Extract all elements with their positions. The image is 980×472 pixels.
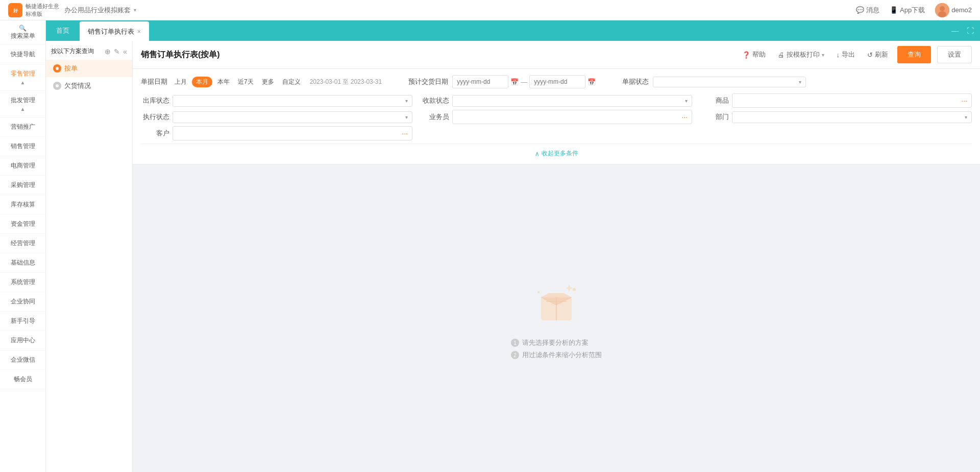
template-print-button[interactable]: 🖨 按模板打印 ▾: [775, 48, 827, 61]
tip-num-1: 1: [511, 339, 519, 347]
breadcrumb-arrow-icon[interactable]: ▾: [134, 7, 136, 13]
app-download-action[interactable]: 📱 App下载: [890, 6, 925, 15]
sidebar-item-member[interactable]: 畅会员: [0, 370, 45, 389]
settings-button[interactable]: 设置: [937, 46, 972, 63]
logo-area: 好 畅捷通好生意 标准版: [8, 3, 59, 17]
add-scheme-icon[interactable]: ⊕: [105, 48, 111, 56]
sidebar-item-quicknav[interactable]: 快捷导航: [0, 45, 45, 64]
tab-home[interactable]: 首页: [46, 20, 80, 41]
empty-state: 1 请先选择要分析的方案 2 用过滤条件来缩小分析范围: [133, 164, 980, 472]
exec-status-select[interactable]: ▾: [173, 111, 412, 123]
sub-sidebar-title: 按以下方案查询: [51, 47, 94, 56]
sidebar-item-system[interactable]: 系统管理: [0, 273, 45, 292]
sidebar-item-inventory[interactable]: 库存核算: [0, 195, 45, 215]
date-more[interactable]: 更多: [259, 77, 277, 87]
query-button[interactable]: 查询: [897, 46, 931, 63]
sidebar-item-wechat[interactable]: 企业微信: [0, 350, 45, 370]
sidebar-item-purchase[interactable]: 采购管理: [0, 176, 45, 195]
main-layout: 🔍 搜索菜单 快捷导航 零售管理 ▲ 批发管理 ▲ 营销推广 销售管理 电商管理…: [0, 20, 980, 472]
date-current-year[interactable]: 本年: [214, 77, 233, 87]
department-cell: 部门 ▾: [700, 110, 972, 124]
department-select[interactable]: ▾: [732, 111, 972, 123]
marketing-label: 营销推广: [11, 123, 35, 131]
product-ellipsis-icon[interactable]: ···: [961, 97, 967, 105]
sidebar-item-sales[interactable]: 销售管理: [0, 137, 45, 156]
customer-ellipsis-icon[interactable]: ···: [402, 129, 408, 137]
sidebar-item-newbie[interactable]: 新手引导: [0, 312, 45, 331]
sub-sidebar-header: 按以下方案查询 ⊕ ✎ «: [46, 45, 132, 60]
expected-end-date[interactable]: [529, 75, 585, 88]
sub-menu-follow[interactable]: 按单: [46, 60, 132, 77]
collapse-filter-button[interactable]: ∧ 收起更多条件: [141, 147, 972, 160]
sidebar-item-retail[interactable]: 零售管理 ▲: [0, 64, 45, 91]
date-custom[interactable]: 自定义: [279, 77, 304, 87]
retail-label: 零售管理: [11, 69, 35, 78]
filter-area: 单据日期 上月 本月 本年 近7天 更多 自定义 2023-03-01 至 20…: [133, 69, 980, 164]
user-profile[interactable]: demo2: [935, 3, 972, 17]
purchase-label: 采购管理: [11, 181, 35, 190]
member-label: 畅会员: [14, 375, 32, 384]
edit-scheme-icon[interactable]: ✎: [114, 48, 120, 56]
breadcrumb-text: 办公用品行业模拟账套: [64, 6, 131, 15]
salesperson-ellipsis-icon[interactable]: ···: [681, 113, 688, 121]
sidebar-item-appcenter[interactable]: 应用中心: [0, 331, 45, 350]
search-icon: 🔍: [19, 25, 27, 32]
product-cell: 商品 ···: [700, 93, 972, 108]
sidebar-item-operations[interactable]: 经营管理: [0, 234, 45, 253]
finance-label: 资金管理: [11, 220, 35, 228]
sidebar-item-enterprise[interactable]: 企业协同: [0, 292, 45, 312]
tab-close-icon[interactable]: ×: [137, 28, 141, 35]
content-area: 首页 销售订单执行表 × — ⛶ 按以下方案查询 ⊕ ✎ «: [46, 20, 980, 472]
export-button[interactable]: ↓ 导出: [834, 48, 859, 61]
sidebar-item-ecommerce[interactable]: 电商管理: [0, 156, 45, 176]
status-label: 单据状态: [622, 77, 649, 86]
print-icon: 🖨: [778, 51, 785, 59]
product-input[interactable]: ···: [732, 93, 972, 108]
exec-status-label: 执行状态: [141, 112, 169, 122]
sidebar-item-wholesale[interactable]: 批发管理 ▲: [0, 91, 45, 117]
payment-select[interactable]: ▾: [452, 95, 692, 107]
outstock-dropdown-icon: ▾: [405, 98, 408, 104]
svg-point-13: [573, 288, 576, 291]
wholesale-label: 批发管理: [11, 96, 35, 105]
sidebar-search[interactable]: 🔍 搜索菜单: [0, 20, 45, 45]
main-panel: 销售订单执行表(按单) ❓ 帮助 🖨 按模板打印 ▾ ↓: [133, 41, 980, 472]
collapse-sidebar-icon[interactable]: «: [123, 48, 127, 56]
outstock-cell: 出库状态 ▾: [141, 93, 412, 108]
tab-active[interactable]: 销售订单执行表 ×: [80, 21, 149, 42]
outstock-label: 出库状态: [141, 96, 169, 105]
arrears-icon: [53, 82, 61, 90]
svg-point-3: [940, 6, 945, 11]
date-last7[interactable]: 近7天: [235, 77, 257, 87]
start-calendar-icon[interactable]: 📅: [510, 78, 519, 86]
page-title: 销售订单执行表(按单): [141, 50, 220, 60]
collapse-up-icon: ∧: [535, 150, 540, 157]
tip-num-2: 2: [511, 351, 519, 359]
sub-menu-arrears[interactable]: 欠货情况: [46, 77, 132, 95]
customer-input[interactable]: ···: [173, 126, 412, 140]
svg-point-4: [938, 11, 946, 17]
tab-bar-actions: — ⛶: [949, 25, 980, 37]
tab-maximize-icon[interactable]: ⛶: [965, 25, 976, 37]
sidebar-item-basic[interactable]: 基础信息: [0, 253, 45, 273]
expected-delivery-range: 📅 — 📅: [452, 75, 596, 88]
date-last-month[interactable]: 上月: [172, 77, 190, 87]
salesperson-input[interactable]: ···: [452, 110, 692, 124]
refresh-button[interactable]: ↺ 刷新: [864, 48, 891, 61]
sub-sidebar: 按以下方案查询 ⊕ ✎ « 按单: [46, 41, 133, 472]
enterprise-label: 企业协同: [11, 297, 35, 306]
logo-text: 畅捷通好生意 标准版: [26, 3, 59, 17]
outstock-select[interactable]: ▾: [173, 95, 412, 107]
date-quick-buttons: 上月 本月 本年 近7天 更多 自定义: [172, 77, 304, 87]
tab-minimize-icon[interactable]: —: [949, 25, 961, 37]
expected-delivery-section: 预计交货日期 📅 — 📅: [408, 75, 596, 88]
end-calendar-icon[interactable]: 📅: [587, 78, 596, 86]
message-action[interactable]: 💬 消息: [856, 6, 879, 15]
status-select[interactable]: ▾: [653, 77, 806, 87]
expected-start-date[interactable]: [452, 75, 508, 88]
sidebar-item-marketing[interactable]: 营销推广: [0, 117, 45, 137]
message-icon: 💬: [856, 6, 864, 14]
help-button[interactable]: ❓ 帮助: [739, 48, 769, 61]
date-current-month[interactable]: 本月: [192, 77, 212, 87]
sidebar-item-finance[interactable]: 资金管理: [0, 215, 45, 234]
